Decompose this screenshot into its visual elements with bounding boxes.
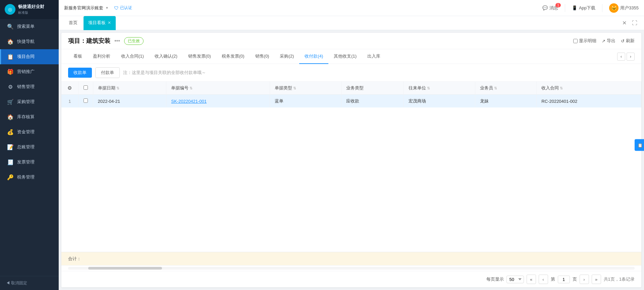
current-page-input[interactable] bbox=[558, 276, 570, 283]
sidebar-scroll: 🔍 搜索菜单 🏠 快捷导航 📋 项目合同 🎁 营销推广 ⚙ 销售管理 🛒 采购管… bbox=[0, 19, 59, 276]
show-detail-label: 显示明细 bbox=[579, 38, 596, 44]
refresh-button[interactable]: ↺ 刷新 bbox=[621, 38, 635, 44]
sidebar-item-purchase[interactable]: 🛒 采购管理 bbox=[0, 94, 59, 110]
row-checkbox[interactable] bbox=[78, 95, 93, 108]
export-button[interactable]: ↗ 导出 bbox=[602, 38, 615, 44]
row-index: 1 bbox=[61, 95, 78, 108]
column-type-header[interactable]: 单据类型 bbox=[270, 82, 341, 95]
subtab-purchase[interactable]: 采购(2) bbox=[274, 49, 299, 64]
subtab-inout-label: 出入库 bbox=[367, 53, 380, 59]
quick-action-button[interactable]: 📋 bbox=[635, 139, 644, 151]
row-select-checkbox[interactable] bbox=[84, 98, 88, 103]
logo-name: 畅捷通好业财 bbox=[18, 4, 44, 10]
next-page-button[interactable]: › bbox=[580, 275, 589, 284]
close-window-button[interactable]: ✕ bbox=[621, 18, 628, 27]
row-income-contract: RC-20220401-002 bbox=[537, 95, 641, 108]
sidebar-item-label: 采购管理 bbox=[17, 99, 35, 105]
sidebar-item-shortcut[interactable]: 🏠 快捷导航 bbox=[0, 34, 59, 49]
project-actions: 显示明细 ↗ 导出 ↺ 刷新 bbox=[573, 38, 635, 44]
payment-btn[interactable]: 付款单 bbox=[95, 67, 120, 78]
user-avatar: 🐱 bbox=[609, 3, 619, 13]
sidebar-item-label: 税务管理 bbox=[17, 174, 35, 180]
subtab-income-contract[interactable]: 收入合同(1) bbox=[116, 49, 149, 64]
record-link[interactable]: SK-20220421-001 bbox=[171, 99, 207, 104]
app-download-button[interactable]: 📱 App下载 bbox=[572, 5, 595, 11]
column-income-contract-header[interactable]: 收入合同 bbox=[537, 82, 641, 95]
receipt-btn[interactable]: 收款单 bbox=[68, 68, 92, 78]
subtab-prev-button[interactable]: ‹ bbox=[617, 53, 625, 61]
sidebar-item-inventory[interactable]: 🏠 库存核算 bbox=[0, 110, 59, 125]
content-area: 项目：建筑安装 ••• 已生效 显示明细 ↗ 导出 ↺ 刷新 bbox=[61, 33, 641, 287]
maximize-button[interactable]: ⛶ bbox=[631, 18, 639, 27]
scrollbar-thumb[interactable] bbox=[88, 267, 162, 270]
show-detail-input[interactable] bbox=[573, 39, 578, 43]
tab-project-board[interactable]: 项目看板 ✕ bbox=[84, 16, 116, 30]
divider bbox=[565, 4, 565, 12]
select-all-checkbox[interactable] bbox=[84, 85, 88, 90]
toolbar-note: 注：这里是与项目关联的全部收付款单哦～ bbox=[123, 70, 206, 76]
tax-icon: 🔑 bbox=[7, 174, 14, 180]
subtab-board[interactable]: 看板 bbox=[68, 49, 88, 64]
show-detail-checkbox[interactable]: 显示明细 bbox=[573, 38, 596, 44]
horizontal-scrollbar[interactable] bbox=[68, 267, 635, 270]
row-number[interactable]: SK-20220421-001 bbox=[166, 95, 270, 108]
column-salesman-header[interactable]: 业务员 bbox=[475, 82, 536, 95]
subtab-sales-invoice[interactable]: 销售发票(0) bbox=[183, 49, 216, 64]
sidebar-item-ledger[interactable]: 📝 总账管理 bbox=[0, 140, 59, 155]
subtab-tax-invoice[interactable]: 税务发票(0) bbox=[216, 49, 250, 64]
sidebar-item-label: 总账管理 bbox=[17, 144, 35, 150]
subtab-board-label: 看板 bbox=[73, 53, 82, 59]
tab-home[interactable]: 首页 bbox=[64, 16, 82, 30]
last-page-button[interactable]: » bbox=[592, 275, 601, 284]
phone-icon: 📱 bbox=[572, 5, 577, 10]
inventory-icon: 🏠 bbox=[7, 114, 14, 120]
tabbar-right: ✕ ⛶ bbox=[621, 18, 639, 27]
subtab-inout[interactable]: 出入库 bbox=[362, 49, 386, 64]
sidebar-item-marketing[interactable]: 🎁 营销推广 bbox=[0, 64, 59, 79]
column-partner-header[interactable]: 往来单位 bbox=[404, 82, 475, 95]
subtab-other-expense[interactable]: 其他收支(1) bbox=[328, 49, 362, 64]
column-biz-type-header: 业务类型 bbox=[341, 82, 404, 95]
message-button[interactable]: 💬 消息 1 bbox=[542, 5, 558, 11]
sidebar-item-tax[interactable]: 🔑 税务管理 bbox=[0, 170, 59, 185]
subtab-income-contract-label: 收入合同(1) bbox=[121, 53, 144, 59]
column-number-header[interactable]: 单据编号 bbox=[166, 82, 270, 95]
purchase-icon: 🛒 bbox=[7, 99, 14, 105]
export-label: 导出 bbox=[607, 38, 615, 44]
sidebar-item-capital[interactable]: 💰 资金管理 bbox=[0, 125, 59, 140]
column-settings-header[interactable]: ⚙ bbox=[61, 82, 78, 95]
sidebar-item-label: 库存核算 bbox=[17, 114, 35, 120]
project-name: 建筑安装 bbox=[86, 38, 110, 44]
row-type: 蓝单 bbox=[270, 95, 341, 108]
first-page-button[interactable]: « bbox=[527, 275, 536, 284]
subtab-income-confirm[interactable]: 收入确认(2) bbox=[149, 49, 183, 64]
subtab-profit[interactable]: 盈利分析 bbox=[88, 49, 116, 64]
row-salesman: 龙妹 bbox=[475, 95, 536, 108]
topbar: 新服务官网演示账套 ▼ 🛡 已认证 💬 消息 1 📱 App下载 🐱 用户335… bbox=[59, 0, 644, 16]
subtab-next-button[interactable]: › bbox=[627, 53, 635, 61]
subtab-receipt[interactable]: 收付款(4) bbox=[299, 49, 328, 64]
prev-page-button[interactable]: ‹ bbox=[539, 275, 548, 284]
sidebar-item-sales[interactable]: ⚙ 销售管理 bbox=[0, 79, 59, 94]
subtab-sales-label: 销售(0) bbox=[255, 53, 269, 59]
tab-close-icon[interactable]: ✕ bbox=[108, 20, 111, 25]
sidebar-item-label: 快捷导航 bbox=[17, 39, 35, 45]
sidebar-unpin[interactable]: ◀ 取消固定 bbox=[0, 276, 59, 290]
column-checkbox-header[interactable] bbox=[78, 82, 93, 95]
column-date-header[interactable]: 单据日期 bbox=[93, 82, 166, 95]
page-size-select[interactable]: 50 100 200 bbox=[506, 276, 524, 283]
project-more-button[interactable]: ••• bbox=[114, 38, 120, 44]
summary-label: 合计： bbox=[68, 256, 81, 262]
refresh-label: 刷新 bbox=[626, 38, 635, 44]
table-row: 1 2022-04-21 SK-20220421-001 蓝单 应收款 宏茂商场… bbox=[61, 95, 641, 108]
subtab-sales-invoice-label: 销售发票(0) bbox=[188, 53, 211, 59]
user-menu[interactable]: 🐱 用户3355 bbox=[609, 3, 639, 13]
row-date: 2022-04-21 bbox=[93, 95, 166, 108]
sidebar-item-label: 发票管理 bbox=[17, 159, 35, 165]
sidebar-item-search[interactable]: 🔍 搜索菜单 bbox=[0, 19, 59, 34]
subtab-sales[interactable]: 销售(0) bbox=[250, 49, 275, 64]
subtab-purchase-label: 采购(2) bbox=[280, 53, 294, 59]
sidebar-item-project[interactable]: 📋 项目合同 bbox=[0, 49, 59, 64]
sidebar-item-invoice[interactable]: 🧾 发票管理 bbox=[0, 155, 59, 170]
account-selector[interactable]: 新服务官网演示账套 ▼ bbox=[64, 5, 109, 11]
